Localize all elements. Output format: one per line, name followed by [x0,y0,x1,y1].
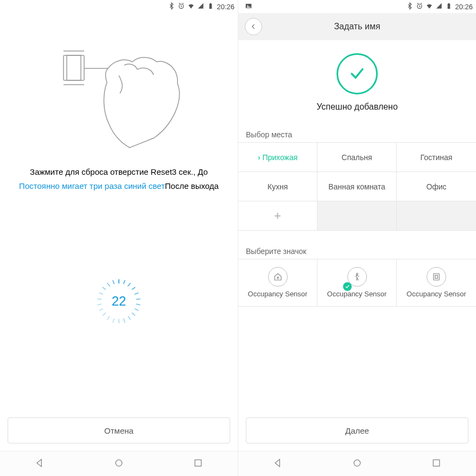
android-navbar [0,451,238,476]
icon-row: Occupancy Sensor Occupancy Sensor Occupa… [238,259,476,307]
svg-line-21 [107,316,110,320]
countdown-timer: 22 [96,278,142,325]
svg-line-27 [103,287,106,289]
svg-line-26 [99,293,103,295]
add-room-button[interactable]: + [238,201,318,231]
icon-option[interactable]: Occupancy Sensor [318,259,397,306]
svg-rect-1 [210,3,212,8]
room-section-label: Выбор места [238,127,476,142]
status-bar: 20:26 [238,0,476,13]
svg-point-33 [247,4,248,5]
sensor-device-icon [427,267,446,287]
status-time: 20:26 [217,3,234,11]
room-option[interactable]: Ванная комната [318,172,397,201]
empty-cell [318,201,397,231]
instruction-highlight: Постоянно мигает три раза синий свет [19,181,165,191]
wifi-icon [426,2,433,11]
svg-line-24 [97,304,101,305]
back-button[interactable] [245,18,262,35]
nav-back-icon[interactable] [272,458,283,471]
nav-recent-icon[interactable] [193,458,204,471]
room-option[interactable]: Спальня [318,143,397,172]
success-icon [337,53,378,94]
room-grid: Прихожая Спальня Гостиная Кухня Ванная к… [238,142,476,231]
svg-rect-35 [448,3,450,8]
svg-line-11 [132,287,135,289]
instruction-tail: После выхода [165,181,219,191]
room-option[interactable]: Кухня [238,172,318,201]
svg-rect-2 [210,3,211,3]
room-option[interactable]: Прихожая [238,143,318,172]
android-navbar [238,451,476,476]
alarm-icon [177,2,185,11]
bluetooth-icon [168,2,175,11]
svg-line-15 [135,309,138,310]
signal-icon [435,2,443,11]
battery-icon [207,2,214,11]
nav-recent-icon[interactable] [431,458,442,471]
svg-line-25 [97,299,101,300]
svg-line-16 [132,313,135,316]
svg-rect-4 [67,55,81,80]
svg-rect-36 [448,3,449,3]
screen-reset: 20:26 Зажмите для сброса отверстие Reset… [0,0,238,476]
icon-section-label: Выберите значок [238,244,476,259]
cancel-button[interactable]: Отмена [8,417,230,443]
svg-rect-39 [434,274,440,280]
reset-instruction: Зажмите для сброса отверстие Reset3 сек.… [0,165,238,193]
svg-line-29 [113,280,115,284]
svg-line-22 [103,313,106,316]
battery-icon [445,2,453,11]
icon-option[interactable]: Occupancy Sensor [238,259,318,306]
svg-line-20 [113,319,115,323]
svg-line-9 [124,280,125,284]
svg-line-13 [136,299,141,300]
icon-option[interactable]: Occupancy Sensor [397,259,476,306]
svg-line-12 [135,293,138,295]
room-option[interactable]: Офис [397,172,476,201]
svg-line-14 [136,304,141,305]
svg-line-28 [107,283,110,286]
status-bar: 20:26 [0,0,238,13]
alarm-icon [416,2,423,11]
room-option[interactable]: Гостиная [397,143,476,172]
reset-illustration [0,13,238,165]
svg-rect-40 [435,275,438,278]
page-header: Задать имя [238,13,476,40]
house-icon [268,267,288,287]
svg-point-30 [116,460,122,466]
svg-line-10 [128,283,130,286]
svg-rect-31 [195,460,201,466]
screen-naming: 20:26 Задать имя Успешно добавлено Выбор… [238,0,476,476]
empty-cell [397,201,476,231]
signal-icon [197,2,205,11]
instruction-line1: Зажмите для сброса отверстие Reset3 сек.… [7,165,231,179]
wifi-icon [187,2,195,11]
nav-home-icon[interactable] [113,458,124,471]
status-time: 20:26 [455,3,473,11]
svg-rect-42 [433,460,440,466]
next-button[interactable]: Далее [246,417,468,443]
svg-point-37 [277,277,278,278]
svg-line-23 [99,309,103,310]
nav-back-icon[interactable] [34,458,45,471]
bluetooth-icon [406,2,414,11]
svg-line-18 [124,319,125,323]
gallery-icon [245,2,252,11]
svg-point-41 [354,460,360,466]
page-title: Задать имя [238,22,476,31]
success-message: Успешно добавлено [238,102,476,112]
nav-home-icon[interactable] [352,458,363,471]
svg-line-17 [128,316,130,320]
